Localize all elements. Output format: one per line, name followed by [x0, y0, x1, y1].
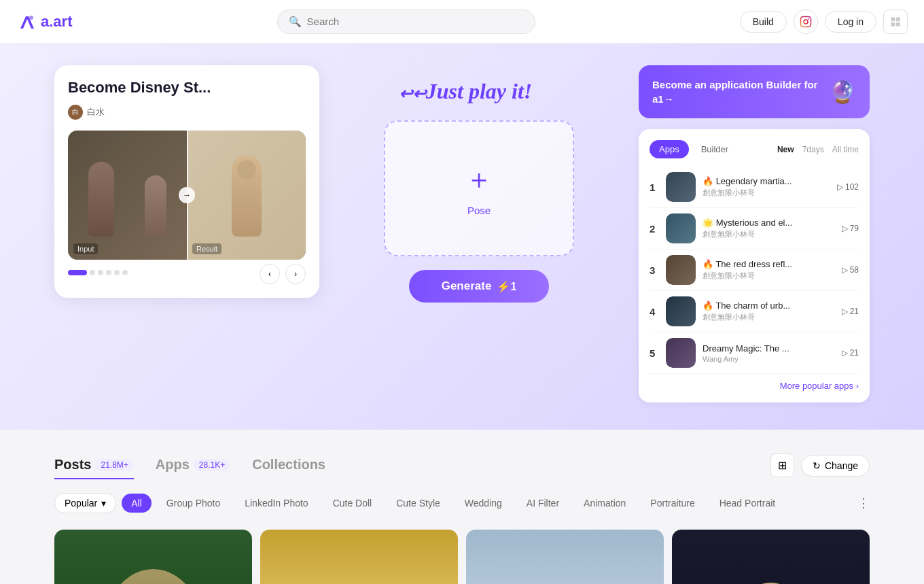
app-views-4: ▷ 21 — [842, 307, 859, 316]
time-7days[interactable]: 7days — [802, 145, 824, 154]
logo[interactable]: a.art — [16, 11, 72, 33]
instagram-button[interactable] — [794, 10, 818, 34]
hero-center: ↩↩ Just play it! ＋ Pose Generate ⚡1 — [336, 65, 622, 303]
search-input[interactable] — [307, 16, 524, 27]
svg-rect-5 — [896, 17, 900, 21]
apps-panel: Apps Builder New 7days All time 1 🔥 Lege… — [639, 129, 870, 402]
change-button[interactable]: ↻ Change — [801, 455, 870, 477]
build-button[interactable]: Build — [740, 11, 787, 33]
logo-text: a.art — [41, 13, 72, 31]
app-title-2: 🌟 Mysterious and el... — [703, 218, 798, 228]
app-thumb-2 — [666, 213, 696, 243]
app-author-3: 創意無限小林哥 — [703, 271, 835, 281]
filter-more-icon[interactable]: ⋮ — [857, 496, 870, 511]
user-button[interactable] — [883, 10, 908, 34]
view-icon-4: ▷ — [842, 307, 848, 316]
filter-group-photo[interactable]: Group Photo — [157, 494, 230, 513]
filter-cute-doll[interactable]: Cute Doll — [323, 494, 382, 513]
app-item-2[interactable]: 2 🌟 Mysterious and el... 創意無限小林哥 ▷ 79 — [650, 208, 859, 250]
app-title-1: 🔥 Legendary martia... — [703, 176, 798, 186]
app-info-2: 🌟 Mysterious and el... 創意無限小林哥 — [703, 218, 835, 239]
tab-posts[interactable]: Posts 21.8M+ — [54, 451, 134, 479]
grid-image-2[interactable] — [260, 530, 458, 584]
tab-apps-section[interactable]: Apps 28.1K+ — [156, 451, 230, 479]
pose-upload-area[interactable]: ＋ Pose — [384, 120, 574, 256]
sort-select[interactable]: Popular ▾ — [54, 493, 116, 513]
next-button[interactable]: › — [285, 264, 306, 284]
filter-row: Popular ▾ All Group Photo LinkedIn Photo… — [54, 493, 870, 513]
header: a.art 🔍 Build — [0, 0, 924, 44]
banner-text: Become an application Builder for a1→ — [652, 78, 829, 106]
rank-4: 4 — [650, 306, 659, 317]
grid-image-4[interactable] — [672, 530, 870, 584]
app-views-1: ▷ 102 — [837, 182, 859, 192]
arrow-indicator: → — [179, 187, 195, 203]
apps-header: Apps Builder New 7days All time — [650, 140, 859, 158]
input-label: Input — [73, 243, 98, 254]
svg-point-0 — [29, 16, 33, 20]
author-name: 白水 — [87, 106, 105, 118]
time-filter-tabs: New 7days All time — [777, 145, 859, 154]
more-apps-link[interactable]: More popular apps › — [650, 379, 859, 392]
builder-banner[interactable]: Become an application Builder for a1→ 🔮 — [639, 65, 870, 118]
time-new[interactable]: New — [777, 145, 794, 154]
rank-3: 3 — [650, 264, 659, 276]
pose-label: Pose — [467, 205, 491, 216]
banner-icon: 🔮 — [829, 79, 856, 105]
search-icon: 🔍 — [289, 16, 302, 28]
card-navigation: ‹ › — [260, 264, 306, 284]
dot-2 — [90, 270, 95, 275]
card-dots — [68, 270, 128, 275]
prev-button[interactable]: ‹ — [260, 264, 280, 284]
app-item-5[interactable]: 5 Dreamy Magic: The ... Wang Amy ▷ 21 — [650, 332, 859, 374]
layout-button[interactable]: ⊞ — [770, 453, 794, 477]
rank-5: 5 — [650, 347, 659, 359]
app-item-4[interactable]: 4 🔥 The charm of urb... 創意無限小林哥 ▷ 21 — [650, 291, 859, 332]
filter-wedding[interactable]: Wedding — [455, 494, 512, 513]
posts-tab-label: Posts — [54, 457, 91, 473]
app-thumb-3 — [666, 255, 696, 285]
lightning-icon: ⚡1 — [497, 280, 516, 293]
rank-1: 1 — [650, 182, 659, 193]
app-views-3: ▷ 58 — [842, 265, 859, 275]
tab-collections[interactable]: Collections — [252, 451, 325, 479]
sort-label: Popular — [65, 498, 97, 509]
grid-image-1[interactable] — [54, 530, 252, 584]
filter-animation[interactable]: Animation — [574, 494, 635, 513]
dot-1 — [68, 270, 87, 275]
view-icon-1: ▷ — [837, 182, 843, 192]
app-card-image: Input → Result — [68, 131, 306, 260]
app-info-5: Dreamy Magic: The ... Wang Amy — [703, 343, 835, 363]
app-thumb-4 — [666, 296, 696, 326]
search-bar[interactable]: 🔍 — [277, 10, 535, 34]
change-label: Change — [825, 460, 858, 471]
app-title-4: 🔥 The charm of urb... — [703, 300, 798, 311]
app-title-5: Dreamy Magic: The ... — [703, 343, 798, 354]
collections-tab-label: Collections — [252, 457, 325, 473]
filter-cute-style[interactable]: Cute Style — [387, 494, 450, 513]
app-info-3: 🔥 The red dress refl... 創意無限小林哥 — [703, 259, 835, 281]
posts-tabs-row: Posts 21.8M+ Apps 28.1K+ Collections ⊞ ↻… — [54, 451, 870, 479]
apps-tab-label: Apps — [156, 457, 190, 473]
more-apps-text[interactable]: More popular apps › — [780, 381, 859, 391]
posts-section: Posts 21.8M+ Apps 28.1K+ Collections ⊞ ↻… — [0, 430, 924, 584]
grid-image-3[interactable] — [466, 530, 664, 584]
filter-linkedin-photo[interactable]: LinkedIn Photo — [235, 494, 317, 513]
filter-head-portrait[interactable]: Head Portrait — [710, 494, 785, 513]
filter-all[interactable]: All — [122, 494, 152, 513]
generate-button[interactable]: Generate ⚡1 — [409, 270, 550, 303]
filter-ai-filter[interactable]: AI Filter — [517, 494, 569, 513]
time-alltime[interactable]: All time — [832, 145, 859, 154]
app-item-1[interactable]: 1 🔥 Legendary martia... 創意無限小林哥 ▷ 102 — [650, 167, 859, 208]
login-button[interactable]: Log in — [825, 11, 876, 33]
app-author-5: Wang Amy — [703, 355, 835, 363]
app-author-1: 創意無限小林哥 — [703, 188, 830, 198]
svg-rect-7 — [896, 22, 900, 26]
tab-apps[interactable]: Apps — [650, 140, 689, 158]
tab-builder[interactable]: Builder — [692, 140, 738, 158]
view-icon-2: ▷ — [842, 224, 848, 233]
app-item-3[interactable]: 3 🔥 The red dress refl... 創意無限小林哥 ▷ 58 — [650, 250, 859, 291]
app-views-5: ▷ 21 — [842, 348, 859, 358]
image-grid — [54, 530, 870, 584]
filter-portraiture[interactable]: Portraiture — [641, 494, 704, 513]
